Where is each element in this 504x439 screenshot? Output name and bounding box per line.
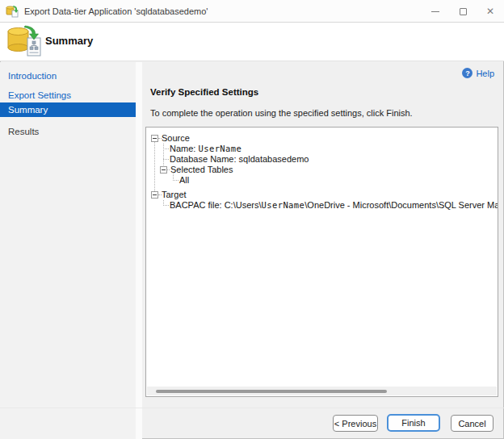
tree-node-label: Source	[162, 133, 190, 143]
close-button[interactable]: ✕	[477, 0, 504, 23]
instruction-text: To complete the operation using the spec…	[150, 108, 413, 118]
summary-tree-panel: Source Name: UserName Database Name: sql…	[145, 127, 498, 397]
window-title: Export Data-tier Application 'sqldatabas…	[24, 6, 208, 16]
tree-node-database-name[interactable]: Database Name: sqldatabasedemo	[170, 154, 309, 165]
sidebar-item-export-settings[interactable]: Export Settings	[0, 87, 136, 103]
sidebar-divider	[136, 62, 142, 439]
tree-node-label: Name:	[170, 144, 198, 153]
tree-expander-selected-tables[interactable]	[160, 166, 167, 174]
tree-expander-source[interactable]	[151, 135, 158, 142]
tree-node-label: Target	[162, 190, 187, 199]
page-title: Summary	[45, 35, 93, 47]
tree-connector	[167, 169, 170, 170]
settings-heading: Verify Specified Settings	[150, 87, 258, 97]
wizard-header: Summary	[0, 23, 504, 61]
export-dac-wizard-window: Export Data-tier Application 'sqldatabas…	[0, 0, 504, 439]
sidebar-item-introduction[interactable]: Introduction	[0, 68, 136, 84]
sidebar: Introduction Export Settings Summary Res…	[0, 62, 136, 439]
tree-node-label: All	[179, 175, 189, 185]
maximize-icon	[460, 8, 467, 15]
tree-connector	[163, 148, 169, 149]
tree-connector	[163, 205, 169, 206]
help-link[interactable]: ? Help	[462, 68, 494, 78]
tree-node-target[interactable]: Target	[162, 190, 187, 200]
cancel-button[interactable]: Cancel	[451, 415, 494, 432]
horizontal-scrollbar[interactable]	[147, 387, 497, 395]
tree-node-selected-tables[interactable]: Selected Tables	[170, 165, 233, 175]
tree-expander-target[interactable]	[151, 191, 158, 199]
tree-node-value: UserName	[198, 144, 242, 153]
sidebar-item-summary[interactable]: Summary	[0, 102, 136, 117]
minimize-icon	[431, 11, 439, 12]
tree-node-name[interactable]: Name: UserName	[170, 144, 242, 154]
footer-separator	[0, 408, 504, 408]
tree-connector	[163, 159, 169, 160]
tree-node-label: BACPAC file: C:\Users\	[170, 200, 262, 210]
tree-node-bacpac-file[interactable]: BACPAC file: C:\Users\UserName\OneDrive …	[170, 200, 498, 211]
help-label: Help	[476, 69, 494, 78]
tree-connector	[154, 142, 155, 191]
maximize-button[interactable]	[449, 0, 477, 23]
export-database-icon	[6, 25, 43, 59]
tree-node-source[interactable]: Source	[162, 133, 190, 144]
tree-node-value: UserName	[262, 200, 305, 210]
sidebar-item-results[interactable]: Results	[0, 123, 136, 140]
tree-node-label: \OneDrive - Microsoft\Documents\SQL Serv…	[304, 200, 498, 210]
tree-node-label: Database Name: sqldatabasedemo	[170, 154, 309, 164]
finish-button[interactable]: Finish	[387, 414, 440, 432]
minimize-button[interactable]	[422, 0, 449, 23]
close-icon: ✕	[486, 6, 494, 16]
window-controls: ✕	[422, 0, 504, 23]
titlebar: Export Data-tier Application 'sqldatabas…	[0, 0, 504, 23]
tree-node-label: Selected Tables	[170, 165, 233, 174]
tree-node-all[interactable]: All	[179, 175, 189, 186]
previous-button[interactable]: < Previous	[333, 415, 378, 432]
help-icon: ?	[462, 68, 472, 78]
app-icon	[6, 5, 19, 18]
scrollbar-thumb[interactable]	[156, 390, 387, 393]
tree-connector	[173, 180, 178, 181]
